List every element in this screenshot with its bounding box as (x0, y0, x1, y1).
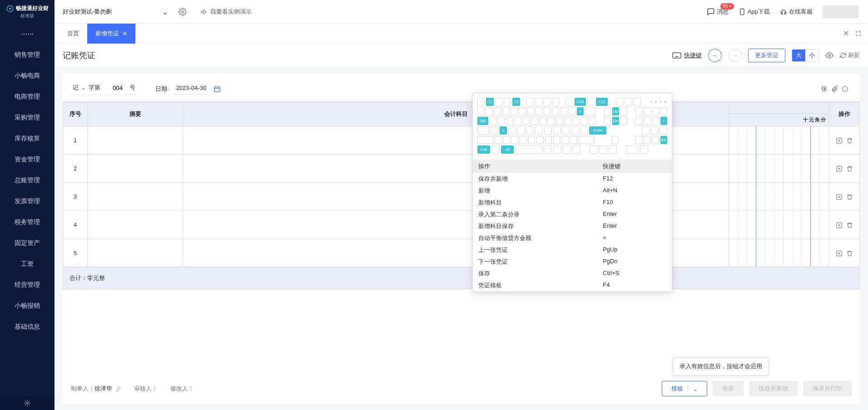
info-icon[interactable] (842, 86, 848, 92)
more-vouchers-button[interactable]: 更多凭证 (748, 49, 785, 62)
svg-rect-3 (740, 9, 744, 15)
total-row: 合计：零元整 (63, 267, 860, 289)
voucher-row: 1 (63, 126, 860, 155)
row-amount[interactable] (729, 211, 829, 239)
save-new-button: 保存并新增 (749, 381, 798, 396)
template-button[interactable]: 模板⌄ (662, 381, 707, 396)
size-toggle: 大 小 (792, 49, 819, 62)
preview-icon[interactable] (825, 51, 833, 60)
add-row-icon[interactable] (836, 137, 843, 144)
sidebar-item[interactable]: 电商管理 (0, 86, 55, 107)
refresh-button[interactable]: 刷新 (840, 51, 860, 60)
sidebar-item[interactable]: 发票管理 (0, 191, 55, 212)
attachment-icon[interactable] (831, 85, 838, 93)
sidebar-item[interactable]: 采购管理 (0, 107, 55, 128)
headset-icon (780, 8, 787, 15)
next-voucher-button[interactable]: → (728, 49, 742, 62)
row-summary[interactable] (88, 183, 183, 211)
delete-row-icon[interactable] (846, 222, 853, 229)
row-seq: 2 (63, 155, 88, 183)
add-row-icon[interactable] (836, 250, 843, 257)
delete-row-icon[interactable] (846, 250, 853, 257)
edit-icon[interactable] (116, 386, 121, 392)
speaker-icon (200, 8, 208, 15)
row-summary[interactable] (88, 155, 183, 183)
sidebar-item[interactable]: 小畅电商 (0, 65, 55, 86)
voucher-row: 4 (63, 211, 860, 239)
row-amount[interactable] (729, 239, 829, 267)
sidebar-item[interactable]: 固定资产 (0, 233, 55, 254)
date-label: 日期: (155, 85, 169, 93)
sidebar-item[interactable]: 库存核算 (0, 128, 55, 149)
close-all-icon[interactable]: ✕ (843, 29, 849, 38)
delete-row-icon[interactable] (846, 137, 853, 144)
shortcut-popup: F1F4 F10F12 = Up (472, 93, 672, 292)
demo-link[interactable]: 我要看实例演示 (200, 8, 252, 16)
size-big[interactable]: 大 (792, 50, 805, 61)
row-summary[interactable] (88, 239, 183, 267)
row-seq: 1 (63, 126, 88, 155)
tab-close-icon[interactable]: ✕ (123, 30, 127, 37)
size-small[interactable]: 小 (805, 50, 818, 61)
shortcut-row: 自动平衡借贷方金额= (473, 232, 672, 244)
row-seq: 4 (63, 211, 88, 239)
calendar-icon[interactable] (213, 85, 221, 93)
tab-new-voucher[interactable]: 新增凭证 ✕ (87, 24, 135, 44)
modifier-label: 修改人： (170, 385, 194, 393)
org-selector[interactable]: 好业财测试-量勿删 ⌄ (63, 7, 169, 17)
row-ops (829, 126, 860, 155)
sidebar-item[interactable]: 资金管理 (0, 149, 55, 170)
voucher-row: 5 (63, 239, 860, 267)
save-print-button: 保存并打印 (803, 381, 852, 396)
svg-point-2 (182, 10, 184, 13)
tab-home[interactable]: 首页 (59, 24, 87, 44)
customer-service-button[interactable]: 在线客服 (780, 8, 813, 16)
row-amount[interactable] (729, 126, 829, 155)
sidebar-settings[interactable] (0, 396, 55, 410)
row-amount[interactable] (729, 155, 829, 183)
add-row-icon[interactable] (836, 165, 843, 172)
row-amount[interactable] (729, 183, 829, 211)
sidebar-item[interactable]: 基础信息 (0, 316, 55, 337)
brand-logo: 畅捷通好业财 标准版 (0, 0, 55, 24)
row-summary[interactable] (88, 211, 183, 239)
sidebar-item-top[interactable]: ⋯⋯ (0, 24, 55, 45)
shortcut-row: 新增Alt+N (473, 185, 672, 197)
page-header: 记账凭证 快捷键 ← → 更多凭证 大 小 刷新 (55, 44, 868, 67)
shortcut-row: 新增科目F10 (473, 197, 672, 209)
shortcut-row: 保存并新增F12 (473, 173, 672, 185)
shortcut-row: 上一张凭证PgUp (473, 244, 672, 256)
voucher-row: 2 (63, 155, 860, 183)
user-avatar[interactable] (823, 5, 859, 18)
sidebar-item[interactable]: 销售管理 (0, 45, 55, 65)
fullscreen-icon[interactable] (855, 30, 862, 38)
settings-icon[interactable] (179, 8, 187, 16)
col-debit (729, 102, 829, 114)
date-value[interactable]: 2023-04-30 (174, 84, 209, 95)
voucher-type-select[interactable]: 记 ⌄ 字第 (71, 83, 102, 95)
sidebar-item[interactable]: 工资 (0, 254, 55, 275)
chevron-down-icon: ⌄ (81, 85, 86, 91)
messages-button[interactable]: 消息 99 + (707, 8, 729, 16)
shortcut-toggle[interactable]: 快捷键 (672, 51, 702, 60)
sidebar-item[interactable]: 小畅报销 (0, 295, 55, 316)
tab-bar: 首页 新增凭证 ✕ ✕ (55, 24, 868, 44)
shortcut-row: 下一张凭证PgDn (473, 256, 672, 268)
delete-row-icon[interactable] (846, 194, 853, 200)
add-row-icon[interactable] (836, 222, 843, 229)
sidebar-item[interactable]: 总账管理 (0, 170, 55, 191)
row-seq: 3 (63, 183, 88, 211)
delete-row-icon[interactable] (846, 165, 853, 172)
row-ops (829, 183, 860, 211)
add-row-icon[interactable] (836, 194, 843, 200)
col-summary: 摘要 (88, 102, 183, 126)
sidebar-item[interactable]: 经营管理 (0, 275, 55, 295)
maker-label: 制单人：徐泽华 (71, 385, 121, 393)
message-icon (707, 8, 715, 16)
row-summary[interactable] (88, 126, 183, 155)
sidebar-item[interactable]: 税务管理 (0, 212, 55, 233)
prev-voucher-button[interactable]: ← (708, 49, 722, 62)
save-tooltip: 录入有效信息后，按钮才会启用 (673, 357, 769, 375)
app-download-button[interactable]: App下载 (739, 8, 770, 16)
voucher-number-input[interactable] (109, 85, 127, 91)
